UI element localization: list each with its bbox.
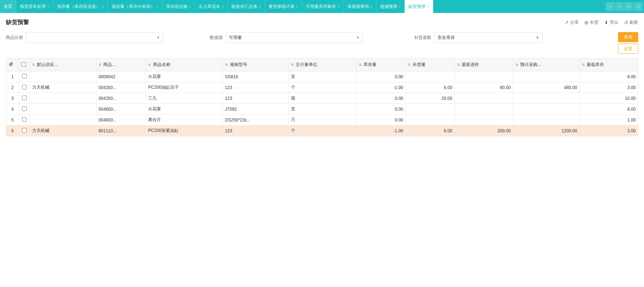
- data-table: ⇅ 默认供应... ⇅ 商品... ⇅ 商品名称 ⇅ 规格型号 ⇅ 主计量单: [6, 58, 638, 136]
- header-actions: ↗ 分享 ⊞ 补货 ⬇ 导出 ↺ 刷新: [565, 19, 638, 26]
- nav-tab-6-label: 收发存汇总表: [231, 4, 257, 10]
- nav-tab-2[interactable]: 现存量（库存状况表） ×: [53, 0, 108, 13]
- col-header-stock-qty[interactable]: ⇅ 库存量: [357, 58, 406, 71]
- row-unit: 个: [288, 125, 356, 136]
- nav-tab-10[interactable]: 超储预警 ×: [377, 0, 405, 13]
- col-header-product-name[interactable]: ⇅ 商品名称: [146, 58, 223, 71]
- row-latest-price: [454, 93, 513, 104]
- nav-tab-7-close[interactable]: ×: [296, 5, 298, 9]
- nav-tab-10-close[interactable]: ×: [399, 5, 401, 9]
- row-unit: 个: [288, 82, 356, 93]
- nav-tab-8-label: 可用量库存账本: [306, 4, 336, 10]
- col-header-est-purchase[interactable]: ⇅ 预计采购...: [513, 58, 579, 71]
- col-header-product-code[interactable]: ⇅ 商品...: [96, 58, 145, 71]
- nav-tab-8-close[interactable]: ×: [338, 5, 340, 9]
- row-checkbox[interactable]: [22, 128, 27, 133]
- query-button[interactable]: 查询: [618, 32, 638, 42]
- row-checkbox-cell[interactable]: [19, 71, 30, 82]
- nav-tab-9-close[interactable]: ×: [370, 5, 373, 9]
- replenish-base-select[interactable]: 安全库存: [434, 32, 543, 43]
- nav-tab-1-close[interactable]: ×: [47, 5, 49, 9]
- nav-tab-5-close[interactable]: ×: [222, 5, 224, 9]
- row-checkbox[interactable]: [22, 74, 27, 79]
- row-product-name: PC200张紧油缸: [146, 125, 223, 136]
- col-header-default-supplier[interactable]: ⇅ 默认供应...: [30, 58, 96, 71]
- row-replenish-qty: [405, 104, 454, 115]
- sort-icon-price: ⇅: [457, 63, 460, 67]
- row-product-code: 0000042: [96, 71, 145, 82]
- table-row: 5 004800... 离合片 DS250*23c... 只 0.00 1.00: [6, 115, 638, 125]
- nav-scroll-right[interactable]: ›: [615, 2, 624, 11]
- table-row: 4 004600... 火花塞 J7092 支 0.00 8.00: [6, 104, 638, 115]
- nav-tab-8[interactable]: 可用量库存账本 ×: [302, 0, 344, 13]
- nav-tab-6[interactable]: 收发存汇总表 ×: [228, 0, 265, 13]
- nav-scroll-left[interactable]: ‹: [606, 2, 614, 11]
- col-header-spec[interactable]: ⇅ 规格型号: [223, 58, 289, 71]
- nav-tab-9[interactable]: 保质期查询 ×: [344, 0, 377, 13]
- col-header-min-stock[interactable]: ⇅ 最低库存: [579, 58, 638, 71]
- row-checkbox-cell[interactable]: [19, 104, 30, 115]
- nav-tab-2-label: 现存量（库存状况表）: [57, 4, 100, 10]
- row-product-name: 离合片: [146, 115, 223, 125]
- row-checkbox-cell[interactable]: [19, 82, 30, 93]
- row-checkbox[interactable]: [22, 85, 27, 89]
- table-header-row: ⇅ 默认供应... ⇅ 商品... ⇅ 商品名称 ⇅ 规格型号 ⇅ 主计量单: [6, 58, 638, 71]
- row-replenish-qty: 20.00: [405, 93, 454, 104]
- datasource-filter-select[interactable]: 可用量: [226, 32, 363, 43]
- nav-tab-4-close[interactable]: ×: [189, 5, 191, 9]
- row-stock-qty: -1.00: [357, 125, 406, 136]
- row-spec: 123: [223, 125, 289, 136]
- row-replenish-qty: [405, 115, 454, 125]
- row-checkbox[interactable]: [22, 96, 27, 100]
- sort-icon-replenish: ⇅: [408, 63, 411, 67]
- checkbox-header[interactable]: [19, 58, 30, 71]
- row-checkbox[interactable]: [22, 117, 27, 122]
- export-label: 导出: [610, 19, 618, 26]
- settings-button[interactable]: 设置: [618, 44, 638, 54]
- replenish-button[interactable]: ⊞ 补货: [584, 19, 599, 26]
- nav-tab-7[interactable]: 要货单统计表 ×: [265, 0, 302, 13]
- col-header-unit[interactable]: ⇅ 主计量单位: [288, 58, 356, 71]
- row-checkbox-cell[interactable]: [19, 93, 30, 104]
- row-spec: DS250*23c...: [223, 115, 289, 125]
- row-spec: 123: [223, 93, 289, 104]
- row-est-purchase: 480.00: [513, 82, 579, 93]
- row-latest-price: [454, 71, 513, 82]
- nav-tab-1[interactable]: 拣货异常处理 ×: [16, 0, 53, 13]
- nav-tab-4-label: 库存批次账: [166, 4, 188, 10]
- nav-tab-2-close[interactable]: ×: [102, 5, 104, 9]
- row-min-stock: 8.00: [579, 71, 638, 82]
- refresh-button[interactable]: ↺ 刷新: [624, 19, 638, 26]
- row-unit: 只: [288, 115, 356, 125]
- share-icon: ↗: [565, 20, 569, 25]
- row-checkbox-cell[interactable]: [19, 115, 30, 125]
- nav-tab-home[interactable]: 首页: [0, 0, 16, 13]
- category-filter-select[interactable]: [26, 32, 163, 43]
- nav-tab-11[interactable]: 缺货预警 ×: [405, 0, 433, 13]
- col-header-replenish-qty[interactable]: ⇅ 补货量: [405, 58, 454, 71]
- row-replenish-qty: [405, 71, 454, 82]
- nav-tab-5[interactable]: 出入库流水 ×: [195, 0, 228, 13]
- row-checkbox[interactable]: [22, 106, 27, 111]
- col-header-latest-price[interactable]: ⇅ 最新进价: [454, 58, 513, 71]
- nav-tab-3[interactable]: 现存量（库存分布表） ×: [108, 0, 162, 13]
- nav-tab-6-close[interactable]: ×: [259, 5, 261, 9]
- row-supplier: [30, 93, 96, 104]
- nav-minimize[interactable]: —: [625, 2, 633, 11]
- export-button[interactable]: ⬇ 导出: [604, 19, 618, 26]
- nav-tab-3-close[interactable]: ×: [156, 5, 158, 9]
- row-checkbox-cell[interactable]: [19, 125, 30, 136]
- table-row: 6 力天机械 801110... PC200张紧油缸 123 个 -1.00 6…: [6, 125, 638, 136]
- select-all-checkbox[interactable]: [21, 62, 26, 67]
- row-est-purchase: [513, 93, 579, 104]
- row-unit: 箱: [288, 93, 356, 104]
- gear-header[interactable]: [6, 58, 19, 71]
- nav-tab-4[interactable]: 库存批次账 ×: [162, 0, 195, 13]
- nav-tab-11-close[interactable]: ×: [427, 5, 429, 9]
- share-button[interactable]: ↗ 分享: [565, 19, 579, 26]
- page-header: 缺货预警 ↗ 分享 ⊞ 补货 ⬇ 导出 ↺ 刷新: [6, 19, 638, 26]
- sort-icon-min: ⇅: [582, 63, 585, 67]
- share-label: 分享: [570, 19, 579, 26]
- nav-tab-9-label: 保质期查询: [347, 4, 369, 10]
- nav-maximize[interactable]: □: [634, 2, 643, 11]
